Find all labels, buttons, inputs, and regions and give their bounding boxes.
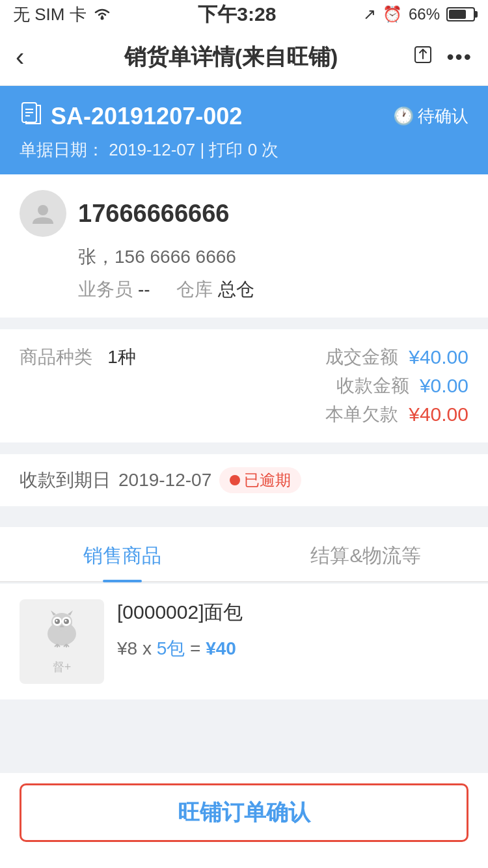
product-item: 督+ [0000002]面包 ¥8 x 5包 = ¥40 <box>0 584 488 699</box>
tab-settlement[interactable]: 结算&物流等 <box>244 527 488 581</box>
avatar <box>20 190 66 237</box>
battery-percent: 66% <box>409 5 440 23</box>
divider-2 <box>0 444 488 454</box>
due-date-value: 2019-12-07 <box>118 470 211 491</box>
print-info: | 打印 0 次 <box>200 140 278 159</box>
tabs: 销售商品 结算&物流等 <box>0 527 488 582</box>
divider-1 <box>0 319 488 329</box>
received-label: 收款金额 <box>336 373 409 398</box>
svg-point-7 <box>38 205 48 215</box>
order-date: 2019-12-07 <box>109 140 195 159</box>
tab-sales-label: 销售商品 <box>83 545 161 566</box>
equals-sign: = <box>185 638 206 658</box>
page-title: 销货单详情(来自旺铺) <box>55 42 407 72</box>
owed-value: ¥40.00 <box>409 403 468 426</box>
more-options-icon[interactable]: ••• <box>446 45 472 69</box>
nav-bar: ‹ 销货单详情(来自旺铺) ••• <box>0 29 488 86</box>
svg-point-0 <box>100 16 103 20</box>
tab-settlement-label: 结算&物流等 <box>310 545 421 566</box>
divider-3 <box>0 517 488 527</box>
sales-label: 业务员 <box>78 277 133 302</box>
order-banner: SA-20191207-002 🕐 待确认 单据日期： 2019-12-07 |… <box>0 86 488 174</box>
due-date-card: 收款到期日 2019-12-07 已逾期 <box>0 454 488 506</box>
customer-meta: 业务员 -- 仓库 总仓 <box>20 277 468 302</box>
confirm-order-button[interactable]: 旺铺订单确认 <box>20 783 468 842</box>
status-bar-right: ↗ ⏰ 66% <box>363 5 475 23</box>
sales-value: -- <box>138 279 150 300</box>
carrier-label: 无 SIM 卡 <box>13 3 87 26</box>
wifi-icon <box>93 5 111 25</box>
order-id: SA-20191207-002 <box>20 102 242 131</box>
warehouse-value: 总仓 <box>218 277 254 302</box>
due-date-label: 收款到期日 <box>20 468 111 493</box>
svg-marker-11 <box>68 610 73 616</box>
product-name: [0000002]面包 <box>117 599 468 626</box>
order-number: SA-20191207-002 <box>51 103 242 130</box>
svg-point-16 <box>56 619 58 621</box>
warehouse-label: 仓库 <box>176 277 213 302</box>
status-bar-left: 无 SIM 卡 <box>13 3 111 26</box>
location-icon: ↗ <box>363 5 376 23</box>
product-price: ¥8 x 5包 = ¥40 <box>117 636 468 661</box>
nav-actions: ••• <box>407 44 472 70</box>
customer-card: 17666666666 张，156 6666 6666 业务员 -- 仓库 总仓 <box>0 174 488 318</box>
owed-label: 本单欠款 <box>325 402 398 427</box>
brand-text: 督+ <box>53 659 72 675</box>
product-thumb-inner: 督+ <box>39 609 85 675</box>
clock-icon: 🕐 <box>393 106 414 126</box>
overdue-badge: 已逾期 <box>219 467 301 493</box>
product-type-value: 1种 <box>107 347 136 367</box>
alarm-icon: ⏰ <box>383 5 402 23</box>
customer-name: 张，156 6666 6666 <box>20 245 468 269</box>
tab-sales-products[interactable]: 销售商品 <box>0 527 244 581</box>
summary-card: 商品种类 1种 成交金额 ¥40.00 收款金额 ¥0.00 本单欠款 ¥40.… <box>0 329 488 442</box>
amount-value: ¥40.00 <box>409 346 468 368</box>
tabs-container: 销售商品 结算&物流等 <box>0 527 488 582</box>
customer-phone: 17666666666 <box>78 200 229 228</box>
product-total: ¥40 <box>206 638 236 658</box>
product-thumbnail: 督+ <box>20 599 104 684</box>
bottom-bar: 旺铺订单确认 <box>0 773 488 868</box>
product-info: [0000002]面包 ¥8 x 5包 = ¥40 <box>117 599 468 661</box>
status-text: 待确认 <box>418 105 468 128</box>
price-text: ¥8 x <box>117 638 157 658</box>
status-bar: 无 SIM 卡 下午3:28 ↗ ⏰ 66% <box>0 0 488 29</box>
battery-icon <box>446 7 475 21</box>
product-type-label: 商品种类 <box>20 347 92 367</box>
received-value: ¥0.00 <box>420 375 468 397</box>
back-button[interactable]: ‹ <box>16 42 55 72</box>
amount-label: 成交金额 <box>325 345 398 370</box>
owl-icon <box>39 609 85 655</box>
svg-point-17 <box>65 619 67 621</box>
overdue-text: 已逾期 <box>244 470 291 491</box>
svg-marker-10 <box>51 610 56 616</box>
status-bar-time: 下午3:28 <box>198 1 276 28</box>
overdue-dot-icon <box>230 475 240 485</box>
product-qty: 5包 <box>157 638 185 658</box>
order-date-row: 单据日期： 2019-12-07 | 打印 0 次 <box>20 139 468 161</box>
share-icon[interactable] <box>413 44 433 70</box>
order-status: 🕐 待确认 <box>393 105 468 128</box>
date-label: 单据日期： <box>20 140 104 159</box>
order-icon <box>20 102 43 131</box>
